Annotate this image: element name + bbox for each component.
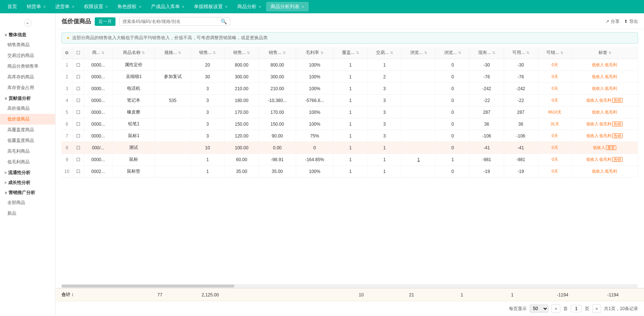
row-checkbox[interactable]: ☐	[73, 118, 84, 130]
col-stock1[interactable]: 现有... ⇅	[470, 47, 504, 59]
row-days: 0天	[538, 83, 572, 95]
row-stock1: -76	[470, 71, 504, 83]
col-stock2[interactable]: 可用... ⇅	[504, 47, 538, 59]
sidebar-item-traded-products[interactable]: 交易过的商品	[0, 50, 55, 61]
nav-product-inbound[interactable]: 产成品入库单 ×	[147, 2, 189, 11]
nav-sales[interactable]: 销货单 ×	[22, 2, 50, 11]
col-browse2[interactable]: 浏览... ⇅	[436, 47, 470, 59]
close-icon[interactable]: ×	[43, 4, 46, 9]
nav-permission[interactable]: 权限设置 ×	[80, 2, 112, 11]
search-icon[interactable]: 🔍	[221, 18, 227, 24]
row-s1: 1	[191, 154, 225, 166]
products-table: ⚙ ☐ 商... ⇅ 商品名称 ⇅ 规格... ⇅ 销售... ⇅ 销售... …	[61, 47, 638, 177]
sidebar-group-growth[interactable]: > 成长性分析	[0, 177, 55, 187]
share-icon: ↗	[606, 19, 609, 24]
sidebar-group-circulation[interactable]: > 流通性分析	[0, 167, 55, 177]
row-s1: 30	[191, 71, 225, 83]
page-input[interactable]	[571, 305, 582, 312]
row-trade: 3	[368, 130, 402, 142]
close-icon[interactable]: ×	[259, 4, 261, 9]
close-icon[interactable]: ×	[139, 4, 141, 9]
sidebar-item-high-coverage[interactable]: 高覆盖度商品	[0, 125, 55, 135]
filter-tag-btn[interactable]: 近一月	[95, 17, 115, 26]
sidebar-group-contribution[interactable]: ∨ 贡献值分析	[0, 93, 55, 103]
share-btn[interactable]: ↗ 分享	[606, 18, 620, 25]
col-spec[interactable]: 规格... ⇅	[155, 47, 191, 59]
row-checkbox[interactable]: ☐	[73, 166, 84, 177]
sidebar-group-overview[interactable]: ∨ 整体信息	[0, 30, 55, 40]
col-stock3[interactable]: 可销... ⇅	[538, 47, 572, 59]
col-tags[interactable]: 标签 ⇅	[572, 47, 638, 59]
row-checkbox[interactable]: ☐	[73, 71, 84, 83]
row-checkbox[interactable]: ☐	[73, 95, 84, 106]
row-checkbox[interactable]: ☐	[73, 142, 84, 154]
row-stock1: 36	[470, 118, 504, 130]
col-s3[interactable]: 销售... ⇅	[259, 47, 296, 59]
close-icon[interactable]: ×	[302, 4, 304, 9]
scroll-thumb[interactable]	[61, 285, 234, 288]
row-trade: 3	[368, 95, 402, 106]
sidebar-item-high-stock[interactable]: 高库存的商品	[0, 72, 55, 82]
col-s1[interactable]: 销售... ⇅	[191, 47, 225, 59]
sidebar-item-low-margin[interactable]: 低毛利商品	[0, 157, 55, 167]
col-cover[interactable]: 覆盖... ⇅	[333, 47, 368, 59]
sidebar-group-marketing[interactable]: ∨ 营销推广分析	[0, 187, 55, 197]
sidebar-item-sales-products[interactable]: 销售类商品	[0, 40, 55, 50]
row-checkbox[interactable]: ☐	[73, 59, 84, 71]
nav-product-analysis[interactable]: 商品分析 ×	[233, 2, 265, 11]
per-page-select[interactable]: 50 100 200	[530, 305, 549, 313]
sidebar-item-high-margin[interactable]: 高毛利商品	[0, 146, 55, 157]
first-page-btn[interactable]: «	[551, 304, 560, 313]
next-page-btn[interactable]: »	[592, 304, 601, 313]
row-tags: 低收入低毛利热销	[572, 118, 638, 130]
close-icon[interactable]: ×	[225, 4, 227, 9]
sidebar-collapse-btn[interactable]: «	[24, 19, 31, 27]
row-checkbox[interactable]: ☐	[73, 106, 84, 118]
sidebar-item-stock-capital[interactable]: 库存资金占用	[0, 82, 55, 93]
sidebar-item-category-sales[interactable]: 商品分类销售率	[0, 61, 55, 72]
col-trade[interactable]: 交易... ⇅	[368, 47, 402, 59]
row-code: 0000...	[84, 130, 113, 142]
nav-product-analysis-list[interactable]: 商品分析列表 ×	[266, 2, 308, 11]
col-settings[interactable]: ⚙	[61, 47, 73, 59]
top-navigation: 首页 销货单 × 进货单 × 权限设置 × 角色授权 × 产成品入库单 × 单据…	[0, 0, 644, 13]
row-browse2: 0	[436, 118, 470, 130]
sidebar-item-high-value[interactable]: 高价值商品	[0, 103, 55, 114]
nav-template-settings[interactable]: 单据模板设置 ×	[189, 2, 232, 11]
row-trade: 2	[368, 71, 402, 83]
row-name: 笔记本	[113, 95, 155, 106]
sidebar-item-low-coverage[interactable]: 低覆盖度商品	[0, 135, 55, 146]
row-checkbox[interactable]: ☐	[73, 154, 84, 166]
sidebar-item-all-products[interactable]: 全部商品	[0, 197, 55, 208]
row-name: 属性定价	[113, 59, 155, 71]
close-icon[interactable]: ×	[105, 4, 108, 9]
col-name[interactable]: 商品名称 ⇅	[113, 47, 155, 59]
nav-purchase[interactable]: 进货单 ×	[51, 2, 78, 11]
col-s2[interactable]: 销售... ⇅	[225, 47, 259, 59]
row-cover: 1	[333, 166, 368, 177]
row-checkbox[interactable]: ☐	[73, 130, 84, 142]
row-cover: 1	[333, 106, 368, 118]
nav-home[interactable]: 首页	[3, 2, 21, 11]
row-days: 0天	[538, 166, 572, 177]
col-code[interactable]: 商... ⇅	[84, 47, 113, 59]
export-btn[interactable]: ⬆ 导出	[624, 18, 638, 25]
close-icon[interactable]: ×	[72, 4, 74, 9]
close-icon[interactable]: ×	[182, 4, 184, 9]
horizontal-scrollbar[interactable]	[61, 284, 638, 288]
row-s1: 1	[191, 166, 225, 177]
row-code: 000/...	[84, 142, 113, 154]
row-cover: 1	[333, 142, 368, 154]
row-trade: 1	[368, 154, 402, 166]
search-input[interactable]	[123, 19, 218, 24]
sidebar-item-low-value[interactable]: 低价值商品	[0, 114, 55, 125]
col-margin[interactable]: 毛利率 ⇅	[296, 47, 333, 59]
page-title: 低价值商品	[61, 18, 91, 26]
sidebar-item-new-products[interactable]: 新品	[0, 208, 55, 219]
row-checkbox[interactable]: ☐	[73, 83, 84, 95]
nav-role-auth[interactable]: 角色授权 ×	[113, 2, 145, 11]
row-code: 0000...	[84, 154, 113, 166]
row-browse1	[402, 59, 436, 71]
col-browse1[interactable]: 浏览... ⇅	[402, 47, 436, 59]
col-checkbox[interactable]: ☐	[73, 47, 84, 59]
